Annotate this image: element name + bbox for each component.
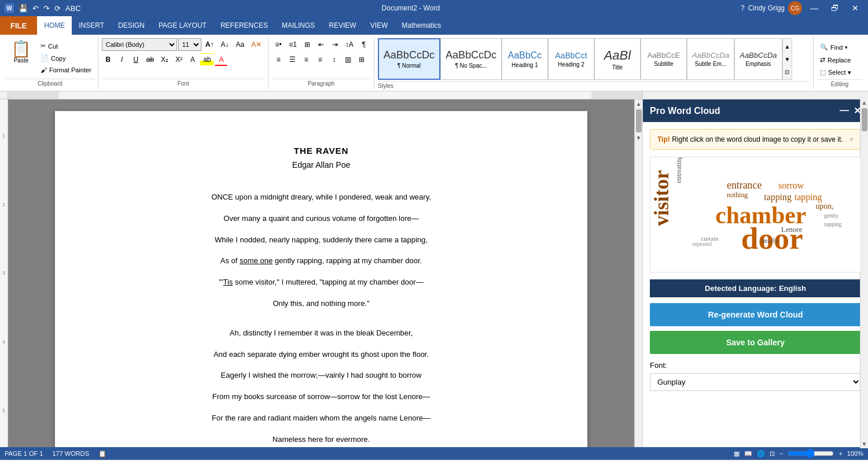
style-no-spacing-button[interactable]: AaBbCcDc ¶ No Spac... — [440, 38, 502, 80]
zoom-in-icon[interactable]: + — [838, 450, 842, 457]
font-grow-button[interactable]: A↑ — [203, 38, 217, 51]
quick-access-redo[interactable]: ↷ — [43, 4, 50, 13]
quick-access-spell[interactable]: ABC — [65, 4, 81, 13]
subscript-button[interactable]: X₂ — [158, 53, 171, 66]
highlight-button[interactable]: ab — [200, 53, 214, 66]
sidebar-scroll-thumb[interactable] — [862, 108, 867, 131]
document-scroll-area[interactable]: THE RAVEN Edgar Allan Poe ONCE upon a mi… — [8, 99, 634, 447]
style-heading2-button[interactable]: AaBbCct Heading 2 — [548, 38, 594, 80]
strikethrough-button[interactable]: ab — [144, 53, 157, 66]
proofing-icon[interactable]: 📋 — [98, 450, 106, 458]
sidebar-scroll-up[interactable]: ▲ — [860, 98, 868, 107]
poem-line-12[interactable]: Nameless here for evermore. — [101, 434, 541, 446]
style-heading1-button[interactable]: AaBbCc Heading 1 — [502, 38, 548, 80]
mathematics-menu[interactable]: Mathematics — [395, 16, 448, 35]
format-painter-button[interactable]: 🖌 Format Painter — [38, 65, 94, 75]
minimize-button[interactable]: — — [806, 3, 823, 13]
view-normal-icon[interactable]: ▦ — [734, 450, 740, 458]
word-cloud-image[interactable]: door chamber visitor entrance sorrow tap… — [650, 157, 861, 272]
line-spacing-button[interactable]: ↕ — [328, 53, 340, 66]
zoom-out-icon[interactable]: − — [779, 450, 783, 457]
change-case-button[interactable]: Aa — [233, 38, 247, 51]
increase-indent-button[interactable]: ⇥ — [329, 38, 341, 51]
scroll-thumb[interactable] — [636, 109, 642, 132]
quick-access-repeat[interactable]: ⟳ — [54, 4, 61, 13]
find-button[interactable]: 🔍 Find ▾ — [817, 42, 851, 53]
replace-button[interactable]: ⇄ Replace — [817, 54, 854, 65]
align-left-button[interactable]: ≡ — [272, 53, 285, 66]
font-size-select[interactable]: 11 — [178, 38, 201, 51]
multilevel-list-button[interactable]: ⊞ — [301, 38, 314, 51]
sidebar-minimize-button[interactable]: — — [840, 105, 849, 116]
poem-line-10[interactable]: From my books surcease of sorrow—sorrow … — [101, 391, 541, 403]
cut-button[interactable]: ✂ Cut — [38, 40, 94, 51]
copy-button[interactable]: 📄 Copy — [38, 53, 94, 64]
paste-button[interactable]: 📋 Paste — [6, 38, 36, 67]
view-outline-icon[interactable]: ⊡ — [770, 450, 775, 458]
close-button[interactable]: ✕ — [847, 3, 863, 13]
view-menu[interactable]: VIEW — [363, 16, 395, 35]
tip-close-button[interactable]: × — [849, 135, 854, 143]
decrease-indent-button[interactable]: ⇤ — [315, 38, 328, 51]
scroll-up-button[interactable]: ▲ — [635, 99, 643, 108]
font-color-button[interactable]: A — [215, 53, 227, 66]
styles-scroll-up-button[interactable]: ▲ ▼ ⊡ — [782, 38, 793, 80]
font-dropdown[interactable]: Gunplay Arial Times New Roman Impact — [650, 373, 861, 391]
style-subtitle-button[interactable]: AaBbCcE Subtitle — [641, 38, 687, 80]
quick-access-save[interactable]: 💾 — [19, 4, 28, 13]
font-name-select[interactable]: Calibri (Body) — [102, 38, 177, 51]
show-para-button[interactable]: ¶ — [358, 38, 370, 51]
bold-button[interactable]: B — [102, 53, 115, 66]
poem-line-3[interactable]: While I nodded, nearly napping, suddenly… — [101, 234, 541, 246]
poem-line-7[interactable]: Ah, distinctly I remember it was in the … — [101, 327, 541, 340]
view-reading-icon[interactable]: 📖 — [744, 450, 752, 458]
text-effect-button[interactable]: A — [186, 53, 199, 66]
word-count: 177 WORDS — [52, 450, 89, 457]
superscript-button[interactable]: X² — [172, 53, 185, 66]
home-menu[interactable]: HOME — [37, 16, 72, 35]
select-button[interactable]: ⬚ Select ▾ — [817, 67, 854, 78]
mailings-menu[interactable]: MAILINGS — [275, 16, 322, 35]
style-normal-button[interactable]: AaBbCcDc ¶ Normal — [378, 38, 440, 80]
poem-line-9[interactable]: Eagerly I wished the morrow;—vainly I ha… — [101, 370, 541, 382]
style-title-button[interactable]: AaBl Title — [594, 38, 641, 80]
poem-line-8[interactable]: And each separate dying ember wrought it… — [101, 349, 541, 361]
references-menu[interactable]: REFERENCES — [214, 16, 275, 35]
sort-button[interactable]: ↕A — [343, 38, 356, 51]
poem-title[interactable]: THE RAVEN — [101, 146, 541, 156]
poem-line-11[interactable]: For the rare and radiant maiden whom the… — [101, 412, 541, 425]
style-subtle-button[interactable]: AaBbCcDa Subtle Em... — [687, 38, 734, 80]
shading-button[interactable]: ▥ — [341, 53, 354, 66]
design-menu[interactable]: DESIGN — [111, 16, 152, 35]
help-icon[interactable]: ? — [741, 4, 745, 12]
view-web-icon[interactable]: 🌐 — [757, 450, 765, 458]
font-shrink-button[interactable]: A↓ — [218, 38, 231, 51]
insert-menu[interactable]: INSERT — [72, 16, 111, 35]
file-menu[interactable]: FILE — [0, 16, 37, 35]
restore-button[interactable]: 🗗 — [826, 3, 844, 13]
poem-author[interactable]: Edgar Allan Poe — [101, 160, 541, 169]
italic-button[interactable]: I — [116, 53, 128, 66]
numbered-list-button[interactable]: ≡1 — [286, 38, 300, 51]
zoom-slider[interactable] — [788, 449, 834, 458]
justify-button[interactable]: ≡ — [314, 53, 326, 66]
poem-line-5[interactable]: "'Tis some visitor," I muttered, "tappin… — [101, 276, 541, 289]
save-gallery-button[interactable]: Save to Gallery — [650, 331, 861, 354]
align-right-button[interactable]: ≡ — [300, 53, 312, 66]
poem-line-2[interactable]: Over many a quaint and curious volume of… — [101, 213, 541, 225]
style-emphasis-button[interactable]: AaBbCcDa Emphasis — [734, 38, 782, 80]
poem-line-6[interactable]: Only this, and nothing more." — [101, 298, 541, 310]
border-button[interactable]: ⊞ — [355, 53, 368, 66]
regen-button[interactable]: Re-generate Word Cloud — [650, 303, 861, 326]
scroll-down-button[interactable]: ▼ — [635, 134, 643, 142]
clear-format-button[interactable]: A✕ — [248, 38, 264, 51]
poem-line-4[interactable]: As of some one gently rapping, rapping a… — [101, 255, 541, 267]
underline-button[interactable]: U — [130, 53, 142, 66]
page-layout-menu[interactable]: PAGE LAYOUT — [152, 16, 214, 35]
quick-access-undo[interactable]: ↶ — [32, 4, 39, 13]
sidebar-scroll-down[interactable]: ▼ — [860, 440, 868, 448]
align-center-button[interactable]: ☰ — [286, 53, 299, 66]
bullet-list-button[interactable]: ≡• — [272, 38, 285, 51]
review-menu[interactable]: REVIEW — [322, 16, 363, 35]
poem-line-1[interactable]: ONCE upon a midnight dreary, while I pon… — [101, 191, 541, 204]
